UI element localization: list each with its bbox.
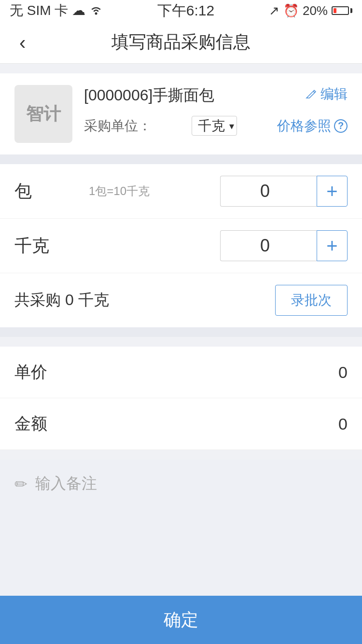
kg-input-wrapper: + [220,230,348,261]
edit-button[interactable]: 编辑 [305,85,348,103]
bag-label: 包 [14,180,85,203]
wifi-icon [89,3,103,18]
help-icon: ? [334,119,348,133]
bag-sub-label: 1包=10千克 [89,183,150,199]
bag-plus-button[interactable]: + [317,176,348,207]
section-divider-2 [0,327,362,337]
remark-section[interactable]: ✏ 输入备注 [0,460,362,556]
bag-input-field[interactable] [220,176,317,207]
unit-select[interactable]: 千克 [192,116,237,136]
price-row: 单价 0 [0,347,362,398]
page-title: 填写商品采购信息 [111,30,251,54]
svg-line-1 [313,91,315,93]
status-bar: 无 SIM 卡 ☁ 下午6:12 ↗ ⏰ 20% [0,0,362,21]
kg-label: 千克 [14,234,117,258]
remark-placeholder: 输入备注 [35,473,97,494]
edit-label: 编辑 [320,85,348,103]
info-section: 单价 0 金额 0 [0,347,362,450]
battery-percent: 20% [303,3,328,18]
confirm-button[interactable]: 确定 [0,596,362,644]
product-image: 智计 [14,85,72,143]
section-divider-1 [0,154,362,164]
input-section: 包 1包=10千克 + 千克 + [0,164,362,273]
price-label: 单价 [14,361,47,383]
kg-input-field[interactable] [220,230,317,261]
status-left: 无 SIM 卡 ☁ [10,1,103,20]
battery-icon [332,6,352,15]
status-right: ↗ ⏰ 20% [269,3,352,18]
summary-row: 共采购 0 千克 录批次 [0,273,362,327]
unit-select-wrapper[interactable]: 千克 [192,116,237,136]
kg-input-row: 千克 + [0,219,362,273]
product-info: [0000006]手撕面包 编辑 采购单位： 千克 价格参照 ? [84,85,348,136]
bag-input-wrapper: + [220,176,348,207]
price-ref-button[interactable]: 价格参照 ? [277,117,348,135]
batch-record-button[interactable]: 录批次 [275,285,348,316]
location-icon: ↗ [269,3,279,18]
unit-label: 采购单位： [84,117,152,135]
product-name: [0000006]手撕面包 [84,85,305,106]
amount-label: 金额 [14,413,47,435]
status-time: 下午6:12 [157,1,214,21]
kg-plus-button[interactable]: + [317,230,348,261]
amount-row: 金额 0 [0,398,362,450]
nav-bar: ‹ 填写商品采购信息 [0,21,362,64]
product-image-logo: 智计 [26,102,61,126]
amount-value: 0 [338,415,348,434]
sim-text: 无 SIM 卡 ☁ [10,1,85,20]
alarm-icon: ⏰ [283,3,299,18]
back-button[interactable]: ‹ [14,28,30,57]
bag-input-row: 包 1包=10千克 + [0,164,362,219]
price-ref-label: 价格参照 [277,117,331,135]
pencil-icon: ✏ [14,475,28,493]
price-value: 0 [338,363,348,382]
summary-text: 共采购 0 千克 [14,290,109,311]
product-card: 智计 [0000006]手撕面包 编辑 采购单位： 千克 价格参照 [0,73,362,154]
svg-point-0 [95,13,97,15]
